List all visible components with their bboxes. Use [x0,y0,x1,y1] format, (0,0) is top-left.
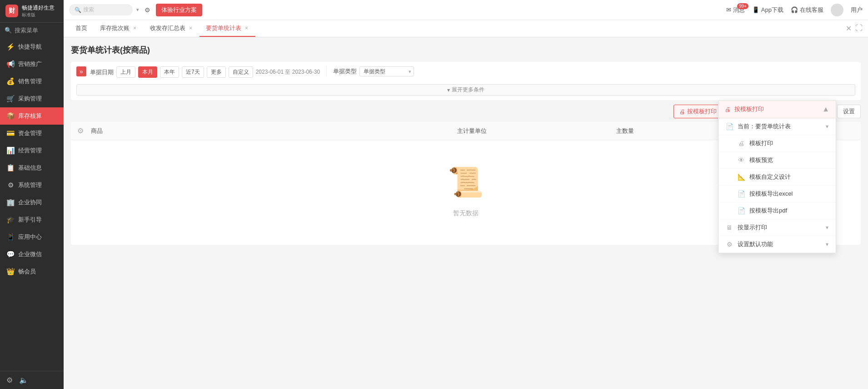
dropdown-close-btn[interactable]: ▲ [822,105,829,113]
export-pdf-icon: 📄 [738,207,745,214]
date-btn-last-month[interactable]: 上月 [116,66,135,78]
operation-icon: 📊 [6,147,15,155]
expand-conditions-btn[interactable]: ▾ 展开更多条件 [76,84,855,96]
page-title: 要货单统计表(按商品) [71,45,861,56]
headset-icon: 🎧 [791,6,798,13]
app-center-icon: 📱 [6,233,15,241]
search-icon: 🔍 [5,27,12,34]
date-btn-custom[interactable]: 自定义 [229,66,253,78]
date-btn-more[interactable]: 更多 [207,66,226,78]
enterprise-wechat-icon: 💬 [6,250,15,258]
topbar-search[interactable]: 🔍 搜索 [69,4,133,15]
dropdown-template-preview[interactable]: 👁 模板预览 [718,152,836,169]
sidebar-item-operation[interactable]: 📊 经营管理 [0,142,64,159]
date-btn-this-month[interactable]: 本月 [138,66,157,78]
print-dropdown: 🖨 按模板打印 ▲ 📄 当前：要货单统计表 ▾ 🖨 模板打印 👁 [718,100,836,253]
expand-arrow-icon: ▾ [447,87,450,93]
type-select[interactable]: 单据类型 [359,66,414,76]
online-service-item[interactable]: 🎧 在线客服 [791,6,823,14]
filter-type-group: 单据类型 单据类型 [333,66,414,76]
sidebar-item-quick-nav[interactable]: ⚡ 快捷导航 [0,38,64,56]
topbar-chevron[interactable]: ▾ [136,7,139,13]
col-settings-icon[interactable]: ⚙ [77,126,84,135]
tab-inventory-batch-close[interactable]: × [132,25,137,31]
printer-header-icon: 🖨 [725,106,731,113]
sidebar-item-purchase[interactable]: 🛒 采购管理 [0,90,64,107]
topbar-gear-icon[interactable]: ⚙ [145,6,150,14]
enterprise-icon: 🏢 [6,198,15,207]
user-name: 用户 [851,6,863,14]
sidebar-item-enterprise-wechat[interactable]: 💬 企业微信 [0,246,64,263]
marketing-icon: 📢 [6,60,15,68]
type-label: 单据类型 [333,67,357,76]
beginner-icon: 🎓 [6,216,15,224]
tab-order-stats-label: 要货单统计表 [206,24,241,32]
date-btn-this-year[interactable]: 本年 [160,66,179,78]
message-icon: ✉ [726,6,731,13]
filter-date-group: 单据日期 上月 本月 本年 近7天 更多 自定义 2023-06-01 至 20… [90,66,320,78]
settings-btn[interactable]: 设置 [837,105,861,118]
dropdown-display-left: 🖥 按显示打印 [726,223,767,232]
sidebar-item-app-center[interactable]: 📱 应用中心 [0,228,64,246]
sidebar: 财 畅捷通好生意 标准版 🔍 搜索菜单 ⚡ 快捷导航 📢 营销推广 💰 销售管理… [0,0,64,389]
template-custom-icon: 📐 [738,173,745,181]
sidebar-item-member[interactable]: 👑 畅会员 [0,263,64,280]
sidebar-item-marketing[interactable]: 📢 营销推广 [0,56,64,73]
date-btn-last-7-days[interactable]: 近7天 [182,66,204,78]
topbar-search-icon: 🔍 [75,7,81,13]
tab-expand-icon[interactable]: ⛶ [855,24,863,33]
main-content: 🔍 搜索 ▾ ⚙ 体验行业方案 ✉ 消息 99+ 📱 App下载 🎧 在线客服 … [64,0,868,389]
dropdown-export-pdf[interactable]: 📄 按模板导出pdf [718,202,836,219]
tab-inventory-batch[interactable]: 库存批次账 × [94,20,144,37]
dropdown-template-custom[interactable]: 📐 模板自定义设计 [718,169,836,186]
dropdown-display-print[interactable]: 🖥 按显示打印 ▾ [718,219,836,236]
date-range: 2023-06-01 至 2023-06-30 [256,68,320,76]
tab-close-all-icon[interactable]: ✕ [846,24,852,33]
sidebar-item-system[interactable]: ⚙ 系统管理 [0,177,64,194]
app-logo: 财 畅捷通好生意 标准版 [0,0,64,23]
dropdown-template-print[interactable]: 🖨 模板打印 [718,135,836,152]
empty-text: 暂无数据 [453,209,479,217]
industry-btn[interactable]: 体验行业方案 [156,4,202,16]
dropdown-current-template[interactable]: 📄 当前：要货单统计表 ▾ [718,118,836,135]
filter-toggle-btn[interactable]: » [76,66,86,76]
settings-bottom-icon[interactable]: ⚙ [6,376,13,384]
dropdown-export-excel[interactable]: 📄 按模板导出excel [718,186,836,202]
default-function-arrow: ▾ [826,241,828,248]
sidebar-search[interactable]: 🔍 搜索菜单 [0,23,64,38]
col-qty: 主数量 [549,127,701,135]
user-avatar[interactable] [831,4,843,16]
tab-receivable-summary-close[interactable]: × [188,25,193,31]
message-item[interactable]: ✉ 消息 99+ [726,6,745,14]
tab-order-stats-close[interactable]: × [244,25,249,31]
dropdown-default-left: ⚙ 设置默认功能 [726,240,773,248]
expand-row: ▾ 展开更多条件 [76,81,855,96]
template-print-icon: 🖨 [738,140,745,147]
tab-home[interactable]: 首页 [69,20,94,37]
member-icon: 👑 [6,268,15,276]
sound-icon[interactable]: 🔈 [19,376,28,384]
logo-icon: 财 [5,5,18,17]
dropdown-header: 🖨 按模板打印 ▲ [718,101,836,118]
sidebar-item-sales[interactable]: 💰 销售管理 [0,73,64,90]
filter-divider [326,66,327,76]
sidebar-item-basic-info[interactable]: 📋 基础信息 [0,159,64,177]
tab-order-stats[interactable]: 要货单统计表 × [200,20,255,37]
display-print-arrow: ▾ [826,224,828,231]
app-download-item[interactable]: 📱 App下载 [752,6,783,14]
sidebar-item-finance[interactable]: 💳 资金管理 [0,125,64,142]
app-download-label: App下载 [761,6,783,14]
phone-icon: 📱 [752,6,759,13]
sidebar-item-enterprise[interactable]: 🏢 企业协同 [0,194,64,211]
tab-receivable-summary[interactable]: 收发存汇总表 × [144,20,200,37]
sales-icon: 💰 [6,77,15,86]
system-icon: ⚙ [6,181,15,189]
empty-icon: 📜 [443,167,489,204]
online-service-label: 在线客服 [800,6,823,14]
tabs-bar: 首页 库存批次账 × 收发存汇总表 × 要货单统计表 × ✕ ⛶ [64,20,868,37]
dropdown-default-function[interactable]: ⚙ 设置默认功能 ▾ [718,236,836,253]
sidebar-item-beginner[interactable]: 🎓 新手引导 [0,211,64,228]
message-badge: 99+ [737,3,748,9]
sidebar-item-inventory[interactable]: 📦 库存核算 [0,107,64,125]
export-excel-icon: 📄 [738,190,745,197]
